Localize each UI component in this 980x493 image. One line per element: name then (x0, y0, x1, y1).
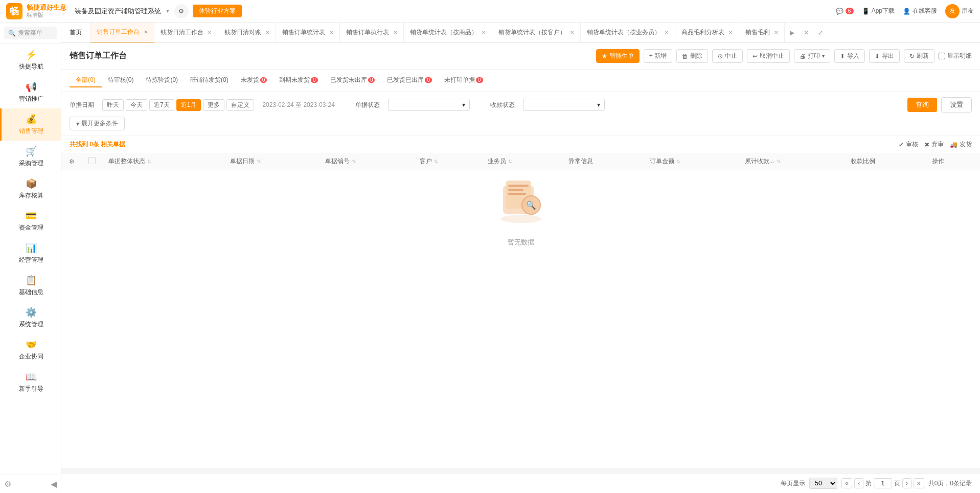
delete-button[interactable]: 🗑 删除 (676, 49, 708, 63)
col-amount[interactable]: 订单金额⇅ (644, 153, 738, 170)
status-filter-select[interactable]: ▾ (388, 99, 470, 111)
col-date[interactable]: 单据日期⇅ (224, 153, 318, 170)
stop-button[interactable]: ⊙ 中止 (712, 49, 743, 63)
tab-sales-summary-staff[interactable]: 销货单统计表（按业务员） ✕ (581, 23, 675, 43)
page-input[interactable] (874, 478, 892, 488)
date-btn-more[interactable]: 更多 (203, 99, 224, 111)
amount-sort-icon: ⇅ (676, 159, 680, 164)
sidebar-item-guide[interactable]: 📖 新手引导 (0, 366, 61, 398)
filter-tab-not-printed[interactable]: 未打印单据0 (438, 74, 489, 87)
col-checkbox[interactable] (82, 153, 102, 170)
tab-close-sales-profit[interactable]: ✕ (774, 30, 778, 35)
trial-button[interactable]: 体验行业方案 (193, 5, 242, 17)
audit-action-btn[interactable]: ✔ 审核 (899, 140, 918, 149)
ship-action-btn[interactable]: 🚚 发货 (950, 140, 972, 149)
import-button[interactable]: ⬆ 导入 (834, 49, 865, 63)
col-settings[interactable]: ⚙ (61, 153, 82, 170)
tab-close-cash-daily[interactable]: ✕ (208, 30, 212, 35)
app-download-btn[interactable]: 📱 App下载 (862, 7, 895, 15)
sidebar-item-sales[interactable]: 💰 销售管理 (0, 108, 61, 141)
tab-sales-summary-goods[interactable]: 销货单统计表（按商品） ✕ (404, 23, 492, 43)
col-exception[interactable]: 异常信息 (562, 153, 644, 170)
tab-sales-summary-customer[interactable]: 销货单统计表（按客户） ✕ (492, 23, 581, 43)
page-size-select[interactable]: 50 10 20 100 (809, 478, 837, 489)
filter-tab-shipped-out[interactable]: 已发货已出库0 (381, 74, 438, 87)
sidebar-item-basic-info[interactable]: 📋 基础信息 (0, 270, 61, 302)
cancel-stop-button[interactable]: ↩ 取消中止 (747, 49, 790, 63)
tab-close-sales-workbench[interactable]: ✕ (144, 29, 148, 35)
sidebar-settings-icon[interactable]: ⚙ (4, 479, 11, 489)
date-btn-1month[interactable]: 近1月 (176, 99, 201, 111)
tab-sales-stats[interactable]: 销售订单统计表 ✕ (276, 23, 340, 43)
date-btn-custom[interactable]: 自定义 (226, 99, 254, 111)
date-btn-7days[interactable]: 近7天 (149, 99, 174, 111)
sidebar-item-purchase[interactable]: 🛒 采购管理 (0, 141, 61, 173)
col-collected[interactable]: 累计收款...⇅ (739, 153, 845, 170)
filter-tab-shipped-not-out[interactable]: 已发货未出库0 (324, 74, 381, 87)
settings-button[interactable]: 设置 (941, 97, 972, 113)
sidebar-search[interactable]: 🔍 搜索菜单 (0, 23, 61, 44)
show-detail-checkbox-label[interactable]: 显示明细 (939, 52, 972, 60)
payment-status-filter-select[interactable]: ▾ (523, 99, 605, 111)
online-service-btn[interactable]: 👤 在线客服 (903, 7, 937, 15)
expand-filter-button[interactable]: ▾ 展开更多条件 (70, 117, 125, 130)
export-button[interactable]: ⬇ 导出 (869, 49, 900, 63)
tab-close-sales-summary-goods[interactable]: ✕ (482, 30, 486, 35)
tab-sales-exec[interactable]: 销售订单执行表 ✕ (340, 23, 404, 43)
filter-tab-not-shipped[interactable]: 未发货0 (235, 74, 274, 87)
filter-tab-all[interactable]: 全部(0) (70, 74, 102, 87)
filter-tab-expired-not-shipped[interactable]: 到期未发货0 (273, 74, 324, 87)
col-number[interactable]: 单据编号⇅ (319, 153, 414, 170)
tab-close-cash-reconcile[interactable]: ✕ (265, 30, 269, 35)
query-button[interactable]: 查询 (907, 98, 937, 112)
filter-tab-pending-inspect[interactable]: 待拣验货(0) (140, 74, 184, 87)
tab-maximize-icon[interactable]: ⤢ (813, 23, 828, 43)
sidebar-item-quick-nav[interactable]: ⚡ 快捷导航 (0, 44, 61, 76)
message-btn[interactable]: 💬 6 (836, 8, 854, 15)
tab-scroll-right-icon[interactable]: ▶ (785, 23, 799, 43)
sidebar-item-enterprise[interactable]: 🤝 企业协同 (0, 334, 61, 366)
horizontal-scroll[interactable] (61, 468, 980, 473)
tab-cash-daily[interactable]: 钱货日清工作台 ✕ (154, 23, 218, 43)
tab-close-all-icon[interactable]: ✕ (799, 23, 813, 43)
tab-close-goods-profit[interactable]: ✕ (728, 30, 733, 35)
tab-home[interactable]: 首页 (61, 23, 90, 43)
page-last-button[interactable]: » (914, 478, 924, 488)
tab-close-sales-summary-staff[interactable]: ✕ (665, 30, 669, 35)
page-prev-button[interactable]: ‹ (854, 478, 863, 488)
system-name-chevron-icon[interactable]: ▼ (165, 8, 170, 14)
tab-goods-profit[interactable]: 商品毛利分析表 ✕ (675, 23, 739, 43)
sidebar-item-finance[interactable]: 💳 资金管理 (0, 205, 61, 237)
filter-tab-wangpu-ship[interactable]: 旺铺待发货(0) (184, 74, 235, 87)
page-first-button[interactable]: « (841, 478, 852, 488)
tab-cash-reconcile[interactable]: 钱货日清对账 ✕ (218, 23, 276, 43)
select-all-checkbox[interactable] (88, 157, 96, 164)
show-detail-checkbox[interactable] (939, 53, 945, 59)
tab-sales-profit[interactable]: 销售毛利 ✕ (739, 23, 785, 43)
new-button[interactable]: + 新增 (644, 49, 672, 63)
tab-close-sales-exec[interactable]: ✕ (393, 30, 397, 35)
refresh-button[interactable]: ↻ 刷新 (904, 49, 935, 63)
smart-create-button[interactable]: ★ 智能生单 (596, 49, 640, 63)
filter-tab-pending-review[interactable]: 待审核(0) (102, 74, 140, 87)
top-bar: 畅 畅捷通好生意 标准版 装备及固定资产辅助管理系统 ▼ ⚙ 体验行业方案 💬 … (0, 0, 980, 23)
sidebar-item-inventory[interactable]: 📦 库存核算 (0, 173, 61, 205)
sidebar-item-marketing[interactable]: 📢 营销推广 (0, 76, 61, 108)
print-button[interactable]: 🖨 打印 ▾ (794, 49, 830, 63)
col-customer[interactable]: 客户⇅ (414, 153, 481, 170)
col-status[interactable]: 单据整体状态⇅ (102, 153, 224, 170)
col-staff[interactable]: 业务员⇅ (482, 153, 563, 170)
tab-close-sales-stats[interactable]: ✕ (329, 30, 333, 35)
sidebar-collapse-icon[interactable]: ◀ (51, 479, 57, 489)
date-btn-today[interactable]: 今天 (126, 99, 147, 111)
page-next-button[interactable]: › (902, 478, 911, 488)
date-btn-yesterday[interactable]: 昨天 (102, 99, 124, 111)
sales-icon: 💰 (26, 114, 37, 125)
revoke-action-btn[interactable]: ✖ 弃审 (924, 140, 944, 149)
sidebar-item-operations[interactable]: 📊 经营管理 (0, 237, 61, 270)
sidebar-item-system[interactable]: ⚙️ 系统管理 (0, 302, 61, 334)
settings-icon[interactable]: ⚙ (174, 4, 189, 18)
user-btn[interactable]: 友 用友 (945, 4, 974, 18)
tab-close-sales-summary-customer[interactable]: ✕ (570, 30, 574, 35)
tab-sales-workbench[interactable]: 销售订单工作台 ✕ (90, 23, 154, 43)
